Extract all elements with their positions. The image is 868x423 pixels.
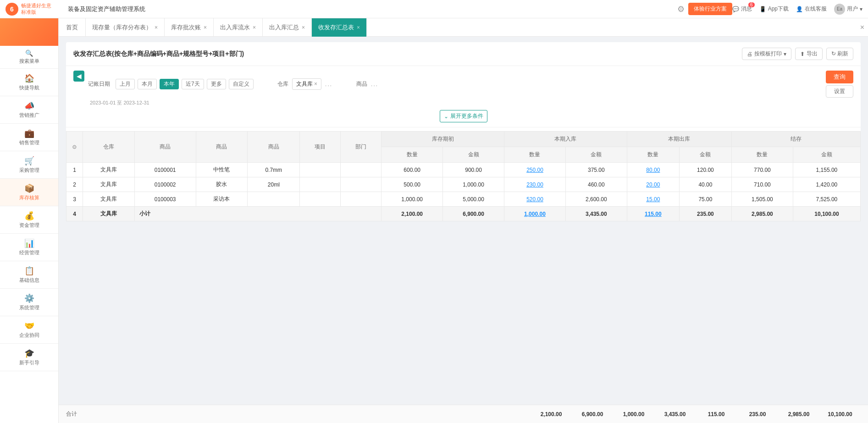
online-service-button[interactable]: 👤 在线客服 [796,5,827,13]
service-icon: 👤 [796,6,803,12]
date-btn-custom[interactable]: 自定义 [229,79,254,89]
cell-goods-name: 中性笔 [196,163,248,177]
system-icon: ⚙️ [24,293,34,303]
col-closing-amt: 金额 [793,147,860,163]
cell-no: 2 [66,177,83,192]
tab-close-batch[interactable]: × [204,24,207,31]
tab-recv-send-summary[interactable]: 收发存汇总表 × [312,18,367,37]
refresh-button[interactable]: ↻ 刷新 [826,48,853,60]
sidebar-label-purchase: 采购管理 [19,167,39,174]
app-download-button[interactable]: 📱 App下载 [759,5,789,13]
col-project: 项目 [300,132,341,163]
col-in-amt: 金额 [565,147,627,163]
cell-in-qty[interactable]: 520.00 [504,192,566,207]
cell-in-qty[interactable]: 250.00 [504,163,566,177]
cell-out-qty[interactable]: 20.00 [627,177,679,192]
tab-in-out-flow[interactable]: 出入库流水 × [214,18,263,37]
message-button[interactable]: 💬 消息 6 [732,5,752,13]
total-opening-amt: 6,900.00 [572,411,613,418]
export-button[interactable]: ⬆ 导出 [795,48,823,60]
sidebar-label-marketing: 营销推广 [19,112,39,119]
goods-label: 商品 [356,80,367,88]
refresh-icon: ↻ [831,50,836,57]
data-table: ⚙ 仓库 商品 商品 商品 项目 部门 库存期初 本期入库 [66,131,861,221]
table-settings-icon[interactable]: ⚙ [72,144,77,150]
cell-opening-qty: 500.00 [381,177,443,192]
sidebar-item-inventory[interactable]: 📦 库存核算 [0,179,58,206]
sidebar-label-sales: 销售管理 [19,139,39,146]
tab-stock-dist[interactable]: 现存量（库存分布表） × [86,18,165,37]
col-group-opening: 库存期初 [381,132,504,147]
date-btn-more[interactable]: 更多 [207,79,226,89]
col-settings[interactable]: ⚙ [66,132,83,163]
tab-close-in-out-summary[interactable]: × [302,24,305,31]
cell-out-qty[interactable]: 80.00 [627,163,679,177]
sidebar-item-system[interactable]: ⚙️ 系统管理 [0,289,58,316]
cell-closing-qty: 710.00 [731,177,793,192]
date-btn-this-month[interactable]: 本月 [138,79,157,89]
goods-dots[interactable]: ... [371,81,378,88]
warehouse-dots[interactable]: ... [325,81,332,88]
header-actions: 🖨 按模板打印 ▾ ⬆ 导出 ↻ 刷新 [742,48,853,60]
table-row: 2 文具库 0100002 胶水 20ml 500.00 1,000.00 23… [66,177,861,192]
setting-button[interactable]: 设置 [826,85,853,98]
tab-close-stock-dist[interactable]: × [155,24,158,31]
total-out-amt: 235.00 [737,411,778,418]
subtotal-warehouse: 文具库 [83,207,135,221]
cell-project [300,163,341,177]
cell-goods-spec: 20ml [248,177,300,192]
col-goods-spec: 商品 [248,132,300,163]
cell-opening-amt: 5,000.00 [443,192,504,207]
tab-bar-close[interactable]: × [860,23,864,32]
filter-collapse-toggle[interactable]: ◀ [73,71,84,82]
warehouse-label: 仓库 [277,80,288,88]
date-btn-last-month[interactable]: 上月 [116,79,135,89]
tab-in-out-summary[interactable]: 出入库汇总 × [263,18,312,37]
total-in-amt: 3,435.00 [654,411,696,418]
sidebar-item-sales[interactable]: 💼 销售管理 [0,124,58,151]
tab-home[interactable]: 首页 [59,18,86,37]
subtotal-out-qty[interactable]: 115.00 [627,207,679,221]
table-row: 3 文具库 0100003 采访本 1,000.00 5,000.00 520.… [66,192,861,207]
business-icon: 📊 [24,238,34,248]
quick-nav-icon: 🏠 [24,73,34,83]
query-button[interactable]: 查询 [826,71,853,83]
warehouse-input[interactable]: 文具库 × [292,78,321,90]
search-icon: 🔍 [25,49,33,57]
sidebar-item-business[interactable]: 📊 经营管理 [0,234,58,261]
sidebar-label-enterprise: 企业协同 [19,332,39,339]
sidebar-item-purchase[interactable]: 🛒 采购管理 [0,151,58,179]
cell-goods-name: 采访本 [196,192,248,207]
expand-button[interactable]: ⌄ 展开更多条件 [440,110,487,122]
subtotal-in-qty[interactable]: 1,000.00 [504,207,566,221]
cell-out-qty[interactable]: 15.00 [627,192,679,207]
logo-number: 6 [10,5,14,13]
tab-batch[interactable]: 库存批次账 × [165,18,214,37]
print-button[interactable]: 🖨 按模板打印 ▾ [742,48,791,60]
subtotal-in-amt: 3,435.00 [565,207,627,221]
sidebar-item-enterprise[interactable]: 🤝 企业协同 [0,316,58,344]
col-opening-qty: 数量 [381,147,443,163]
sidebar-item-newbie[interactable]: 🎓 新手引导 [0,344,58,371]
tab-close-recv-send-summary[interactable]: × [357,24,360,31]
tab-close-in-out-flow[interactable]: × [253,24,256,31]
sidebar-item-finance[interactable]: 💰 资金管理 [0,206,58,234]
sidebar-item-basic[interactable]: 📋 基础信息 [0,261,58,289]
subtotal-opening-qty: 2,100.00 [381,207,443,221]
trial-button[interactable]: 体验行业方案 [688,3,732,15]
sidebar-item-marketing[interactable]: 📣 营销推广 [0,96,58,124]
user-menu[interactable]: Ea 用户 ▾ [834,4,862,15]
sidebar-label-business: 经营管理 [19,249,39,256]
sidebar-item-quick-nav[interactable]: 🏠 快捷导航 [0,69,58,96]
date-btn-this-year[interactable]: 本年 [160,79,179,89]
warehouse-tag-close[interactable]: × [314,81,317,87]
subtotal-closing-qty: 2,985.00 [731,207,793,221]
cell-in-amt: 2,600.00 [565,192,627,207]
subtotal-out-amt: 235.00 [679,207,731,221]
sidebar-label-finance: 资金管理 [19,222,39,229]
settings-icon[interactable]: ⚙ [677,4,685,14]
subtotal-row: 4 文具库 小计 2,100.00 6,900.00 1,000.00 3,43… [66,207,861,221]
cell-in-qty[interactable]: 230.00 [504,177,566,192]
sidebar-search[interactable]: 🔍 搜索菜单 [0,46,58,69]
date-btn-last-7-days[interactable]: 近7天 [182,79,204,89]
